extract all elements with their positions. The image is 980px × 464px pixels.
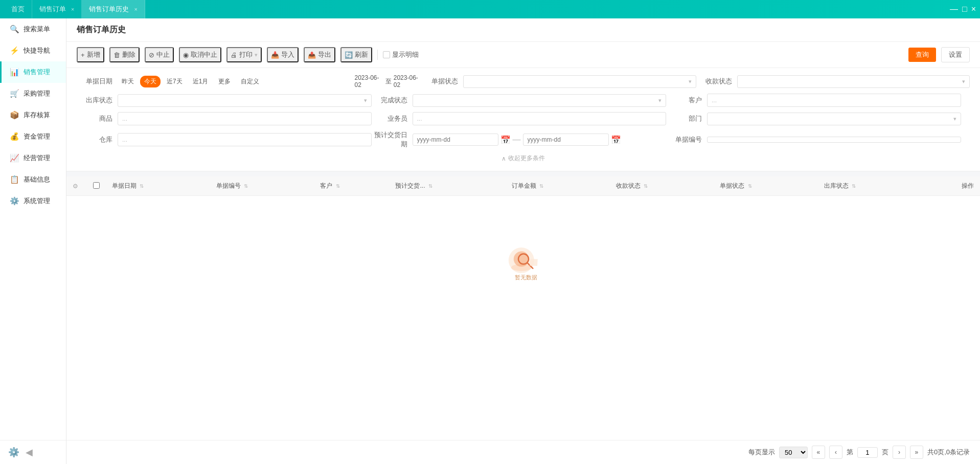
customer-label: 客户 [666, 96, 707, 105]
calendar-to-icon[interactable]: 📅 [611, 135, 621, 145]
page-header: 销售订单历史 [66, 18, 980, 42]
delivery-sort-icon[interactable]: ⇅ [428, 183, 432, 189]
order-no-input[interactable] [707, 137, 961, 143]
sidebar-item-purchase-mgmt[interactable]: 🛒 采购管理 [0, 83, 66, 104]
sidebar-label-finance: 资金管理 [24, 132, 50, 141]
import-icon: 📥 [271, 51, 279, 59]
sidebar-icon-inventory: 📦 [10, 111, 19, 120]
delivery-date-to[interactable] [523, 134, 609, 146]
th-amount: 订单金额 ⇅ [506, 176, 610, 196]
delivery-date-from[interactable] [413, 134, 498, 146]
tab-close-icon[interactable]: × [71, 6, 74, 12]
dept-input[interactable]: ▾ [707, 113, 961, 125]
status-input[interactable]: ▾ [463, 75, 696, 88]
select-all-checkbox[interactable] [93, 182, 100, 189]
th-outbound-status: 出库状态 ⇅ [818, 176, 922, 196]
tab-close-icon[interactable]: × [134, 6, 137, 12]
prev-page-btn[interactable]: ‹ [829, 446, 842, 459]
th-order-no: 单据编号 ⇅ [210, 176, 314, 196]
sidebar-settings-icon[interactable]: ⚙️ [8, 447, 19, 458]
outbound-input[interactable]: ▾ [118, 94, 372, 107]
cancel-stop-icon: ◉ [183, 51, 189, 59]
top-bar: 首页销售订单×销售订单历史× — □ × [0, 0, 980, 18]
order-no-sort-icon[interactable]: ⇅ [244, 183, 248, 189]
export-button[interactable]: 📤 导出 [304, 47, 335, 62]
customer-input[interactable]: ... [707, 94, 961, 107]
new-button[interactable]: + 新增 [77, 47, 104, 62]
tab-label: 销售订单 [39, 5, 66, 14]
sidebar-item-search-menu[interactable]: 🔍 搜索菜单 [0, 18, 66, 40]
calendar-from-icon[interactable]: 📅 [500, 135, 511, 145]
settings-icon[interactable]: ⚙ [73, 183, 78, 190]
table-header-row: ⚙ 单据日期 ⇅ 单据编号 [66, 176, 980, 196]
sidebar-item-quick-nav[interactable]: ⚡ 快捷导航 [0, 40, 66, 61]
sidebar-item-system-mgmt[interactable]: ⚙️ 系统管理 [0, 190, 66, 212]
sidebar-collapse-icon[interactable]: ◀ [26, 447, 33, 458]
page-number-input[interactable] [857, 447, 878, 458]
amount-sort-icon[interactable]: ⇅ [539, 183, 543, 189]
date-label: 单据日期 [77, 77, 118, 86]
sidebar-item-finance[interactable]: 💰 资金管理 [0, 126, 66, 147]
window-maximize-icon[interactable]: × [971, 5, 976, 14]
next-page-btn[interactable]: › [893, 446, 906, 459]
cancel-stop-button[interactable]: ◉ 取消中止 [179, 47, 221, 62]
sidebar-item-operations[interactable]: 📈 经营管理 [0, 147, 66, 169]
receipt-status-sort-icon[interactable]: ⇅ [644, 183, 648, 189]
sidebar-item-basic-info[interactable]: 📋 基础信息 [0, 169, 66, 190]
date-more-btn[interactable]: 更多 [214, 76, 235, 87]
stop-button[interactable]: ⊘ 中止 [145, 47, 174, 62]
sidebar-label-operations: 经营管理 [24, 153, 50, 163]
import-button[interactable]: 📥 导入 [267, 47, 299, 62]
query-button[interactable]: 查询 [908, 48, 936, 62]
th-settings[interactable]: ⚙ [66, 176, 87, 196]
sidebar-label-inventory: 库存核算 [24, 111, 50, 120]
collapse-row[interactable]: ∧ 收起更多条件 [77, 152, 970, 165]
th-delivery-date: 预计交货... ⇅ [389, 176, 505, 196]
page-size-select[interactable]: 50 10 20 100 [779, 447, 808, 458]
date-from-value: 2023-06-02 [354, 74, 383, 89]
th-order-status: 单据状态 ⇅ [714, 176, 818, 196]
salesman-input[interactable]: ... [413, 112, 667, 125]
page-word: 第 [847, 448, 853, 457]
print-button[interactable]: 🖨 打印 ▾ [226, 47, 262, 62]
date-custom-btn[interactable]: 自定义 [237, 76, 263, 87]
date-sort-icon[interactable]: ⇅ [140, 183, 144, 189]
window-minimize-icon[interactable]: □ [962, 5, 967, 14]
window-close-icon[interactable]: — [950, 5, 958, 14]
th-checkbox[interactable] [87, 176, 106, 196]
warehouse-input[interactable]: ... [118, 133, 372, 146]
display-toggle[interactable]: 显示明细 [383, 50, 419, 59]
date-yesterday-btn[interactable]: 昨天 [118, 76, 138, 87]
date-range-dash: — [513, 135, 521, 144]
goods-input[interactable]: ... [118, 112, 372, 125]
date-last7-btn[interactable]: 近7天 [163, 76, 187, 87]
th-actions: 操作 [922, 176, 980, 196]
tab-sales-order[interactable]: 销售订单× [32, 0, 82, 18]
delete-button[interactable]: 🗑 删除 [109, 47, 140, 62]
sidebar-item-inventory[interactable]: 📦 库存核算 [0, 104, 66, 126]
refresh-button[interactable]: 🔄 刷新 [340, 47, 372, 62]
dept-dropdown-arrow: ▾ [953, 116, 956, 122]
tab-home[interactable]: 首页 [4, 0, 32, 18]
date-today-btn[interactable]: 今天 [140, 76, 161, 87]
display-toggle-checkbox[interactable] [383, 51, 390, 58]
date-last1month-btn[interactable]: 近1月 [189, 76, 213, 87]
complete-input[interactable]: ▾ [413, 94, 667, 107]
pagination-summary: 共0页,0条记录 [927, 448, 970, 457]
print-icon: 🖨 [231, 51, 237, 59]
outbound-status-sort-icon[interactable]: ⇅ [852, 183, 856, 189]
last-page-btn[interactable]: » [910, 446, 923, 459]
svg-text:暂无数据: 暂无数据 [515, 274, 537, 280]
customer-sort-icon[interactable]: ⇅ [336, 183, 340, 189]
tab-sales-order-history[interactable]: 销售订单历史× [82, 0, 145, 18]
setting-button[interactable]: 设置 [941, 47, 970, 62]
data-table: ⚙ 单据日期 ⇅ 单据编号 [66, 176, 980, 196]
tab-label: 首页 [11, 5, 25, 14]
order-status-sort-icon[interactable]: ⇅ [748, 183, 752, 189]
pagination-bar: 每页显示 50 10 20 100 « ‹ 第 页 › » 共0页,0条记录 [66, 440, 980, 464]
receipt-status-input[interactable]: ▾ [737, 75, 970, 88]
sidebar-label-system-mgmt: 系统管理 [24, 196, 50, 206]
first-page-btn[interactable]: « [812, 446, 825, 459]
complete-label: 完成状态 [372, 96, 413, 105]
sidebar-item-sales-mgmt[interactable]: 📊 销售管理 [0, 61, 66, 83]
